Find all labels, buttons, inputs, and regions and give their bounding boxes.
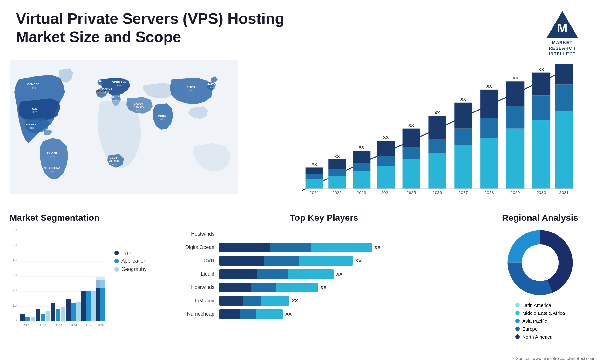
svg-text:60: 60	[13, 228, 17, 232]
player-xx: XX	[320, 285, 327, 290]
svg-rect-37	[306, 179, 323, 189]
player-row-namecheap: Namecheap XX	[178, 309, 470, 319]
svg-rect-42	[328, 169, 346, 175]
svg-text:GERMANY: GERMANY	[112, 81, 126, 84]
player-name: InMotion	[178, 298, 219, 304]
svg-rect-63	[454, 102, 472, 128]
svg-rect-59	[428, 116, 446, 139]
source-text: Source : www.marketresearchintellect.com	[516, 356, 594, 361]
player-xx: XX	[285, 311, 292, 317]
geo-dot	[114, 267, 119, 272]
svg-text:XX: XX	[311, 162, 317, 167]
svg-rect-115	[61, 307, 65, 321]
svg-rect-74	[532, 95, 550, 120]
svg-text:ARABIA: ARABIA	[133, 105, 144, 109]
legend-europe: Europe	[515, 326, 565, 332]
svg-rect-125	[100, 280, 105, 288]
segmentation-section: Market Segmentation 0 10 20 30 40 50 60	[10, 213, 168, 362]
svg-text:M: M	[557, 21, 567, 35]
svg-rect-71	[506, 81, 524, 106]
svg-text:xx%: xx%	[49, 170, 54, 173]
svg-rect-75	[532, 72, 550, 95]
svg-text:XX: XX	[359, 145, 364, 150]
legend-dot	[515, 319, 520, 323]
svg-rect-66	[480, 118, 498, 137]
svg-text:INDIA: INDIA	[158, 114, 166, 118]
logo-text: MARKET RESEARCH INTELLECT	[549, 40, 576, 57]
svg-text:2031: 2031	[559, 190, 569, 195]
svg-rect-108	[25, 317, 30, 321]
svg-text:XX: XX	[539, 67, 544, 71]
player-xx: XX	[336, 271, 342, 277]
regional-section: Regional Analysis Latin America	[480, 213, 600, 362]
svg-text:50: 50	[13, 243, 17, 247]
legend-dot	[515, 303, 520, 307]
svg-text:2023: 2023	[54, 323, 62, 327]
player-row-hostwinds1: Hostwinds	[178, 229, 470, 239]
svg-text:xx%: xx%	[50, 155, 55, 158]
player-bar-container: XX	[219, 256, 470, 266]
svg-text:CHINA: CHINA	[187, 86, 196, 89]
svg-text:2025: 2025	[85, 323, 92, 327]
svg-rect-39	[306, 167, 323, 174]
player-bar-container: XX	[219, 309, 470, 319]
header: Virtual Private Servers (VPS) Hosting Ma…	[0, 0, 610, 60]
svg-text:2024: 2024	[381, 190, 391, 195]
player-bar-container: XX	[219, 243, 470, 252]
svg-rect-116	[66, 299, 71, 321]
legend-dot	[515, 327, 520, 331]
seg-legend-app: Application	[114, 258, 146, 264]
donut-container: Latin America Middle East & Africa Asia …	[480, 228, 600, 342]
svg-rect-43	[328, 159, 346, 169]
svg-rect-120	[86, 291, 91, 321]
player-name: DigitalOcean	[178, 245, 219, 250]
svg-rect-111	[41, 314, 45, 321]
svg-text:2026: 2026	[432, 190, 442, 195]
bar-chart-svg: XX XX XX XX XX	[251, 64, 594, 203]
player-name: OVH	[178, 258, 219, 264]
world-map-svg: CANADA xx% U.S. xx% MEXICO xx% BRAZIL xx…	[10, 60, 238, 194]
svg-text:20: 20	[13, 288, 17, 292]
legend-label: Europe	[522, 326, 538, 332]
players-title: Top Key Players	[178, 213, 470, 223]
player-row-inmotion: InMotion XX	[178, 296, 470, 306]
player-name: Namecheap	[178, 311, 219, 317]
svg-rect-55	[403, 128, 420, 147]
player-bar-container	[219, 229, 470, 239]
player-bar-container: XX	[219, 269, 470, 279]
segmentation-title: Market Segmentation	[10, 213, 168, 223]
svg-rect-58	[428, 139, 446, 153]
bar-chart: XX XX XX XX XX	[251, 64, 594, 203]
svg-text:xx%: xx%	[32, 111, 37, 113]
svg-rect-50	[377, 156, 395, 166]
logo: M MARKET RESEARCH INTELLECT	[531, 10, 594, 57]
svg-rect-78	[555, 84, 573, 111]
player-row-ovh: OVH XX	[178, 256, 470, 266]
svg-text:10: 10	[13, 303, 17, 307]
svg-rect-46	[353, 163, 370, 171]
player-row-liquid: Liquid XX	[178, 269, 470, 279]
donut-chart	[505, 228, 575, 298]
svg-text:SPAIN: SPAIN	[96, 90, 105, 93]
svg-rect-114	[56, 309, 60, 321]
svg-rect-112	[46, 311, 50, 321]
player-name: Hostwinds	[178, 231, 219, 237]
svg-text:xx%: xx%	[189, 89, 193, 92]
svg-text:XX: XX	[460, 97, 466, 101]
svg-text:2025: 2025	[406, 190, 416, 195]
svg-rect-117	[71, 303, 76, 321]
svg-text:xx%: xx%	[31, 86, 36, 89]
player-name: Liquid	[178, 271, 219, 277]
type-dot	[114, 251, 119, 255]
svg-rect-118	[76, 302, 81, 321]
svg-text:2024: 2024	[69, 323, 77, 327]
svg-text:xx%: xx%	[136, 109, 140, 112]
svg-text:AFRICA: AFRICA	[109, 159, 120, 163]
svg-text:xx%: xx%	[113, 99, 118, 102]
svg-text:XX: XX	[383, 135, 389, 140]
svg-rect-41	[328, 176, 346, 189]
regional-title: Regional Analysis	[480, 213, 600, 223]
svg-text:XX: XX	[334, 154, 340, 158]
player-row-hostwinds2: Hostwinds XX	[178, 283, 470, 292]
seg-legend: Type Application Geography	[114, 231, 146, 348]
